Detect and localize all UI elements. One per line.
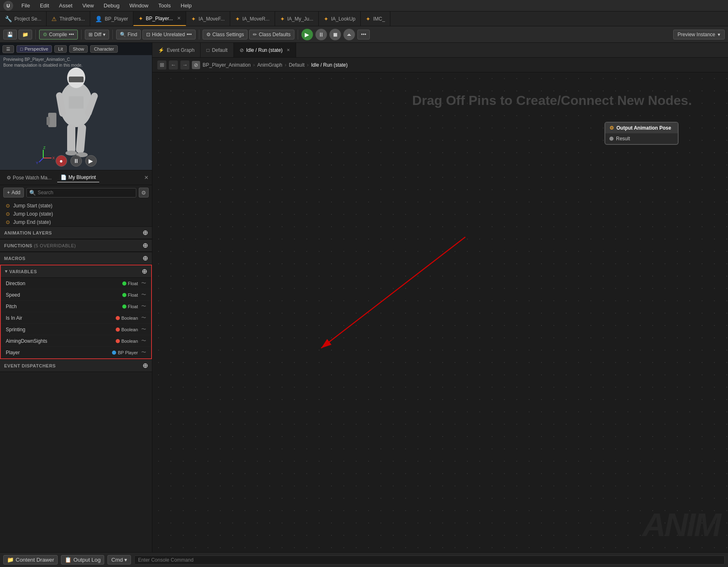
menu-bar: U File Edit Asset View Debug Window Tool… [0,0,728,12]
blueprint-search-bar: + Add 🔍 ⚙ [3,188,149,198]
var-sprinting-name: Sprinting [6,327,116,332]
stop-button[interactable]: ⏹ [329,29,341,40]
play-button[interactable]: ▶ [301,29,313,40]
idle-run-close[interactable]: ✕ [287,48,290,52]
menu-asset[interactable]: Asset [57,2,74,9]
menu-edit[interactable]: Edit [38,2,51,9]
pose-watch-icon: ⚙ [7,175,11,181]
macros-add-icon[interactable]: ⊕ [142,254,148,262]
pause-button[interactable]: ⏸ [315,29,327,40]
breadcrumb-default[interactable]: Default [289,62,304,68]
settings-gear-button[interactable]: ⚙ [139,188,149,198]
preview-instance-button[interactable]: Preview Instance ▾ [673,30,725,40]
list-item-jump-start[interactable]: ⊙ Jump Start (state) [0,202,152,210]
main-layout: ☰ □ Perspective Lit Show Character Previ… [0,43,728,552]
back-button[interactable]: ← [169,60,178,70]
tab-imc[interactable]: ✦ IMC_ [361,12,390,26]
diff-button[interactable]: ⊞ Diff ▾ [85,30,109,40]
record-button[interactable]: ● [56,155,67,167]
show-button[interactable]: Show [69,45,88,53]
event-dispatchers-add-icon[interactable]: ⊕ [142,362,148,369]
tab-my-blueprint[interactable]: 📄 My Blueprint [57,173,99,182]
search-input[interactable] [37,190,133,195]
tab-bp-player-anim[interactable]: ✦ BP_Player... ✕ [133,12,186,26]
var-pitch-arrow: 〜 [141,303,146,310]
hamburger-button[interactable]: ☰ [2,45,14,53]
next-frame-button[interactable]: ▶ [85,155,97,167]
blueprint-panel-header: ⚙ Pose Watch Ma... 📄 My Blueprint ✕ [0,170,152,185]
output-animation-pose-node[interactable]: ⚙ Output Animation Pose Result [604,122,679,145]
var-direction[interactable]: Direction Float 〜 [1,278,151,289]
output-log-button[interactable]: 📋 Output Log [61,555,104,565]
hide-unrelated-button[interactable]: ⊡ Hide Unrelated ••• [142,30,196,40]
add-button[interactable]: + Add [3,188,24,198]
menu-tools[interactable]: Tools [156,2,172,9]
console-command-input[interactable] [134,555,725,565]
pause-ctrl-button[interactable]: ⏸ [70,155,82,167]
list-item-jump-end[interactable]: ⊙ Jump End (state) [0,218,152,226]
var-is-in-air[interactable]: Is In Air Boolean 〜 [1,312,151,324]
save-button[interactable]: 💾 [3,30,17,40]
tab-thirdperson[interactable]: ⚠ ThirdPers... [47,12,90,26]
ia-mover-icon: ✦ [235,16,240,22]
tab-pose-watch[interactable]: ⚙ Pose Watch Ma... [3,173,55,182]
jump-end-label: Jump End (state) [13,219,51,225]
list-item-jump-loop[interactable]: ⊙ Jump Loop (state) [0,210,152,218]
tab-ia-lookup[interactable]: ✦ IA_LookUp [319,12,361,26]
class-settings-button[interactable]: ⚙ Class Settings [203,30,248,40]
menu-debug[interactable]: Debug [102,2,121,9]
var-pitch[interactable]: Pitch Float 〜 [1,301,151,312]
graph-canvas[interactable]: Drag Off Pins to Create/Connect New Node… [152,72,728,552]
class-defaults-icon: ✏ [253,32,257,37]
graph-tab-default[interactable]: □ Default [201,43,233,57]
viewport-controls: ● ⏸ ▶ [56,155,97,167]
section-event-dispatchers[interactable]: EVENT DISPATCHERS ⊕ [0,359,152,372]
compile-button[interactable]: ⚙ Compile ••• [39,30,78,40]
breadcrumb-anim-graph[interactable]: AnimGraph [257,62,282,68]
lit-button[interactable]: Lit [54,45,67,53]
section-animation-layers[interactable]: ANIMATION LAYERS ⊕ [0,226,152,239]
var-is-in-air-dot [116,316,120,320]
content-drawer-button[interactable]: 📁 Content Drawer [3,555,58,565]
variables-add-icon[interactable]: ⊕ [142,267,147,275]
var-aiming-down-sights[interactable]: AimingDownSights Boolean 〜 [1,335,151,347]
perspective-button[interactable]: □ Perspective [16,45,52,53]
tab-ia-movef[interactable]: ✦ IA_MoveF... [186,12,230,26]
breadcrumb-bp-animation[interactable]: BP_Player_Animation [203,62,251,68]
close-blueprint-panel[interactable]: ✕ [144,174,149,181]
bp-player-anim-icon: ✦ [138,15,143,22]
tab-bp-player[interactable]: 👤 BP_Player [90,12,133,26]
functions-add-icon[interactable]: ⊕ [142,242,148,249]
menu-file[interactable]: File [20,2,32,9]
tab-project-settings[interactable]: 🔧 Project Se... [0,12,47,26]
character-button[interactable]: Character [90,45,117,53]
output-log-icon: 📋 [65,557,72,563]
section-macros[interactable]: MACROS ⊕ [0,252,152,265]
grid-nav-button[interactable]: ⊞ [157,60,166,70]
tab-bp-player-label: BP_Player [105,16,128,22]
more-play-options[interactable]: ••• [357,30,370,40]
cmd-label: Cmd ▾ [111,557,127,563]
graph-tab-event-graph[interactable]: ⚡ Event Graph [152,43,201,57]
step-button[interactable]: ⏶ [343,29,355,40]
tab-bp-player-anim-close[interactable]: ✕ [177,16,181,21]
forward-button[interactable]: → [180,60,189,70]
var-player[interactable]: Player BP Player 〜 [1,347,151,358]
tab-ia-jump[interactable]: ✦ IA_My_Ju... [275,12,319,26]
var-speed[interactable]: Speed Float 〜 [1,289,151,301]
graph-tab-idle-run[interactable]: ⊘ Idle / Run (state) ✕ [234,43,296,57]
menu-help[interactable]: Help [179,2,194,9]
class-defaults-button[interactable]: ✏ Class Defaults [249,30,294,40]
cmd-button[interactable]: Cmd ▾ [107,555,131,565]
find-button[interactable]: 🔍 Find [116,30,141,40]
open-button[interactable]: 📁 [19,30,32,40]
tab-ia-mover[interactable]: ✦ IA_MoveR... [230,12,275,26]
section-variables[interactable]: ▾ VARIABLES ⊕ [1,265,151,278]
my-blueprint-label: My Blueprint [68,174,96,180]
menu-view[interactable]: View [81,2,96,9]
menu-window[interactable]: Window [128,2,150,9]
section-functions[interactable]: FUNCTIONS (5 OVERRIDABLE) ⊕ [0,239,152,252]
macros-label: MACROS [4,256,26,261]
animation-layers-add-icon[interactable]: ⊕ [142,229,148,237]
var-sprinting[interactable]: Sprinting Boolean 〜 [1,324,151,335]
